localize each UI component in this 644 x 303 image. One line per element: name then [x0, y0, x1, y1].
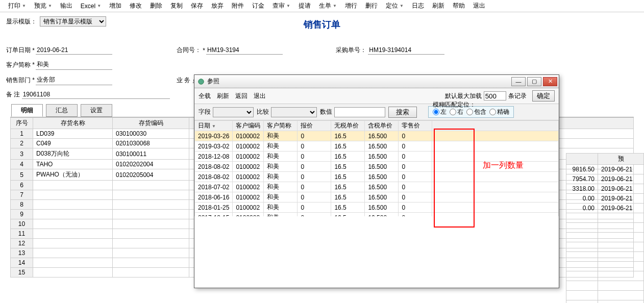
ok-button[interactable]: 确定 [532, 90, 555, 102]
table-row[interactable]: 2019-03-260100002和美016.516.5000 [195, 131, 559, 141]
minimize-button[interactable]: — [511, 77, 526, 86]
value-label: 数值 [320, 108, 332, 116]
toolbar-帮助[interactable]: 帮助 [449, 0, 469, 12]
toolbar-定位[interactable]: 定位▼ [382, 0, 408, 12]
close-button[interactable]: ✕ [543, 77, 557, 86]
table-row: 0.002019-06-21 [566, 194, 644, 204]
dcol-untaxed[interactable]: 无税单价 [331, 121, 365, 131]
value-input[interactable] [334, 107, 385, 117]
contract-no-label: 合同号： [177, 46, 201, 55]
table-row[interactable]: 2017-12-150100002和美016.516.5000 [195, 213, 559, 217]
annotation-box [434, 129, 475, 228]
sales-dept-field[interactable]: 业务部 [36, 75, 112, 85]
svg-point-0 [199, 79, 204, 84]
purchase-no-field[interactable]: HM19-3194014 [368, 46, 444, 55]
dialog-titlebar[interactable]: 参照 — ▢ ✕ [194, 75, 559, 88]
right-columns-peek: 预 9816.502019-06-217954.702019-06-213318… [566, 153, 644, 303]
remark-field[interactable]: 19061108 [22, 90, 170, 99]
toolbar-提请[interactable]: 提请 [294, 0, 315, 12]
chevron-down-icon: ▼ [400, 4, 404, 8]
field-label: 字段 [199, 108, 211, 116]
chevron-down-icon: ▼ [286, 4, 290, 8]
table-row[interactable]: 2018-08-020100002和美016.516.5000 [195, 172, 559, 182]
col-rownum: 序号 [11, 118, 33, 129]
toolbar-删除[interactable]: 删除 [146, 0, 166, 12]
main-toolbar: 打印▼预览▼输出Excel▼增加修改删除复制保存放弃附件订金查审▼提请生单▼增行… [0, 0, 644, 12]
chevron-down-icon: ▼ [333, 4, 337, 8]
order-date-label: 订单日期 [6, 46, 31, 55]
table-row[interactable]: 2019-03-020100002和美016.516.5000 [195, 141, 559, 152]
dialog-title: 参照 [207, 77, 219, 86]
sales-dept-label: 销售部门 [6, 76, 31, 85]
chevron-down-icon: ▼ [48, 4, 52, 8]
customer-short-label: 客户简称 [6, 61, 31, 69]
toolbar-退出[interactable]: 退出 [469, 0, 489, 12]
tab-detail[interactable]: 明细 [11, 104, 43, 117]
contract-no-field[interactable]: HM19-3194 [206, 46, 283, 55]
fuzzy-label: 模糊匹配定位： [433, 100, 644, 109]
purchase-no-label: 采购单号： [336, 46, 366, 55]
toolbar-修改[interactable]: 修改 [126, 0, 146, 12]
remark-label: 备 注 [6, 90, 20, 99]
toolbar-日志[interactable]: 日志 [408, 0, 428, 12]
dcol-taxed[interactable]: 含税单价 [365, 121, 399, 131]
tab-summary[interactable]: 汇总 [46, 104, 78, 117]
dlg-exit[interactable]: 退出 [254, 92, 266, 100]
toolbar-预览[interactable]: 预览▼ [30, 0, 56, 12]
search-button[interactable]: 搜索 [388, 107, 417, 118]
customer-short-field[interactable]: 和美 [36, 60, 112, 70]
toolbar-输出[interactable]: 输出 [56, 0, 77, 12]
tab-settings[interactable]: 设置 [81, 104, 112, 117]
table-row: 7954.702019-06-21 [566, 174, 644, 184]
toolbar-附件[interactable]: 附件 [228, 0, 248, 12]
toolbar-增加[interactable]: 增加 [105, 0, 126, 12]
app-icon [197, 78, 205, 85]
compare-select[interactable] [271, 107, 317, 117]
display-mode-select[interactable]: 销售订单显示模版 [40, 16, 106, 27]
toolbar-刷新[interactable]: 刷新 [428, 0, 449, 12]
dcol-short[interactable]: 客户简称 [264, 121, 298, 131]
annotation-label: 加一列数量 [483, 160, 524, 171]
toolbar-Excel[interactable]: Excel▼ [77, 0, 105, 12]
dlg-load-all[interactable]: 全载 [199, 92, 211, 100]
max-load-input[interactable] [484, 91, 506, 100]
toolbar-复制[interactable]: 复制 [166, 0, 187, 12]
toolbar-放弃[interactable]: 放弃 [207, 0, 228, 12]
dcol-date[interactable]: 日期▼ [195, 121, 233, 131]
col-name: 存货名称 [33, 118, 113, 129]
table-row: 9816.502019-06-21 [566, 165, 644, 174]
toolbar-增行[interactable]: 增行 [341, 0, 361, 12]
dlg-refresh[interactable]: 刷新 [217, 92, 229, 100]
chevron-down-icon: ▼ [97, 4, 101, 8]
toolbar-订金[interactable]: 订金 [248, 0, 268, 12]
max-load-suffix: 条记录 [508, 92, 527, 100]
reference-dialog: 参照 — ▢ ✕ 全载 刷新 返回 退出 默认最大加载 条记录 确定 字段 比较… [194, 74, 559, 288]
field-select[interactable] [213, 107, 254, 117]
maximize-button[interactable]: ▢ [527, 77, 541, 86]
table-row[interactable]: 2018-07-020100002和美016.516.5000 [195, 182, 559, 192]
toolbar-生单[interactable]: 生单▼ [315, 0, 341, 12]
dcol-quote[interactable]: 报价 [298, 121, 331, 131]
chevron-down-icon: ▼ [22, 4, 26, 8]
order-date-field[interactable]: 2019-06-21 [36, 46, 112, 55]
toolbar-删行[interactable]: 删行 [361, 0, 382, 12]
dcol-code[interactable]: 客户编码 [233, 121, 264, 131]
display-mode-label: 显示模版： [6, 17, 37, 26]
table-row[interactable]: 2018-01-250100002和美016.516.5000 [195, 203, 559, 213]
dcol-retail[interactable]: 零售价 [399, 121, 432, 131]
dlg-back[interactable]: 返回 [235, 92, 247, 100]
max-load-label: 默认最大加载 [445, 92, 482, 100]
toolbar-查审[interactable]: 查审▼ [268, 0, 294, 12]
compare-label: 比较 [257, 108, 269, 116]
table-row: 3318.002019-06-21 [566, 184, 644, 194]
toolbar-保存[interactable]: 保存 [187, 0, 207, 12]
table-row[interactable]: 2018-06-160100002和美016.516.5000 [195, 192, 559, 203]
table-row: 0.002019-06-21 [566, 204, 644, 213]
toolbar-打印[interactable]: 打印▼ [4, 0, 30, 12]
col-code: 存货编码 [113, 118, 189, 129]
